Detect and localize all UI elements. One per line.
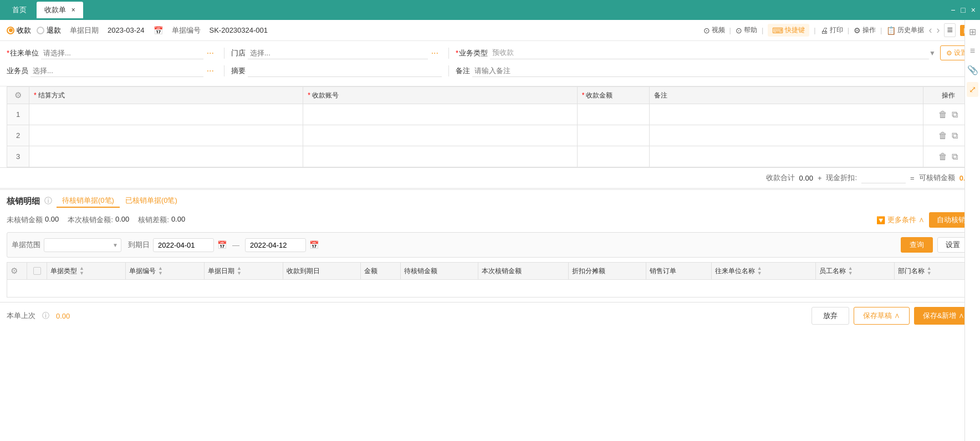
cell-account-2 (303, 125, 577, 146)
tab-receipt[interactable]: 收款单 × (37, 2, 83, 18)
number-label: 单据编号 (172, 25, 201, 35)
tab-pending[interactable]: 待核销单据(0笔) (57, 194, 120, 208)
toolbar-actions: ⊙ 视频 | ⊙ 帮助 | ⌨ 快捷键 | 🖨 打印 | ⚙ 操作 (703, 23, 973, 37)
video-btn[interactable]: ⊙ 视频 (703, 25, 725, 35)
date-from-icon[interactable]: 📅 (217, 240, 227, 249)
radio-receipt[interactable]: 收款 (7, 25, 31, 35)
query-btn[interactable]: 查询 (901, 237, 933, 253)
bottom-settings-btn[interactable]: 设置 (937, 237, 968, 253)
reconcile-filter-right: 🔽 更多条件 ∧ 自动核销 (876, 212, 973, 228)
bottom-table-settings-icon[interactable]: ⚙ (11, 266, 18, 275)
nav-right-icon[interactable]: › (936, 24, 940, 36)
maximize-icon[interactable]: □ (961, 6, 965, 14)
window-close-icon[interactable]: × (971, 6, 976, 14)
tab-completed[interactable]: 已核销单据(0笔) (120, 194, 183, 208)
history-btn[interactable]: 📋 历史单据 (886, 25, 924, 35)
biztype-chevron-icon[interactable]: ▼ (929, 49, 936, 57)
toolbar-row: 收款 退款 单据日期 2023-03-24 📅 单据编号 SK-20230324… (0, 20, 980, 41)
amount-input-1[interactable] (578, 104, 649, 125)
minimize-icon[interactable]: − (951, 6, 955, 14)
sidebar-list-icon[interactable]: ≡ (968, 44, 977, 58)
account-input-3[interactable] (303, 146, 576, 167)
table-row: 2 🗑 ⧉ (7, 125, 973, 146)
note-input-3[interactable] (650, 146, 923, 167)
col-amount: 金额 (361, 263, 400, 280)
discount-input[interactable] (861, 172, 906, 183)
delete-row-2-icon[interactable]: 🗑 (938, 131, 947, 141)
date-to-icon[interactable]: 📅 (309, 240, 319, 249)
shop-input[interactable] (248, 47, 428, 59)
receipt-table: ⚙ *结算方式 *收款账号 *收款金额 备注 操作 (7, 86, 973, 167)
tab-home[interactable]: 首页 (4, 2, 34, 18)
col-sales-order: 销售订单 (646, 263, 711, 280)
summary-field: 摘要 (231, 65, 442, 77)
salesman-input[interactable] (30, 65, 203, 77)
cell-note-2 (649, 125, 923, 146)
sidebar-attach-icon[interactable]: 📎 (965, 63, 981, 78)
layout-list-icon[interactable]: ≡ (944, 23, 956, 37)
delete-row-1-icon[interactable]: 🗑 (938, 110, 947, 120)
date-to-input[interactable] (245, 238, 306, 252)
help-btn[interactable]: ⊙ 帮助 (736, 25, 757, 35)
counterparty-more-icon[interactable]: ··· (203, 48, 217, 58)
discount-label: 现金折扣: (826, 173, 857, 183)
sidebar-table-icon[interactable]: ⊞ (967, 24, 978, 39)
sidebar-expand-icon[interactable]: ⤢ (967, 82, 978, 97)
date-from-input[interactable] (153, 238, 214, 252)
search-buttons: 查询 设置 (901, 237, 968, 253)
operations-btn[interactable]: ⚙ 操作 (854, 25, 876, 35)
sort-doc-type-icon[interactable]: ▲▼ (79, 266, 84, 276)
sort-dept-icon[interactable]: ▲▼ (927, 266, 932, 276)
settle-method-input-1[interactable] (29, 104, 303, 125)
summary-input[interactable] (248, 65, 442, 77)
copy-row-3-icon[interactable]: ⧉ (952, 152, 958, 162)
settle-method-input-3[interactable] (29, 146, 303, 167)
col-checkbox (27, 263, 47, 280)
shop-more-icon[interactable]: ··· (428, 48, 442, 58)
sort-doc-num-icon[interactable]: ▲▼ (158, 266, 163, 276)
sort-doc-date-icon[interactable]: ▲▼ (237, 266, 242, 276)
table-row: 3 🗑 ⧉ (7, 146, 973, 167)
delete-row-3-icon[interactable]: 🗑 (938, 152, 947, 162)
divider-3 (224, 65, 224, 76)
radio-refund[interactable]: 退款 (37, 25, 61, 35)
summary-label: 摘要 (231, 66, 246, 76)
salesman-more-icon[interactable]: ··· (203, 66, 217, 76)
save-draft-btn[interactable]: 保存草稿 ∧ (854, 307, 910, 325)
nav-left-icon[interactable]: ‹ (928, 24, 932, 36)
note-input-1[interactable] (650, 104, 923, 125)
range-label: 单据范围 (12, 240, 40, 250)
tab-bar-left: 首页 收款单 × (4, 2, 83, 18)
copy-row-1-icon[interactable]: ⧉ (952, 110, 958, 120)
calendar-icon[interactable]: 📅 (154, 26, 163, 35)
account-input-1[interactable] (303, 104, 576, 125)
note-input-2[interactable] (650, 125, 923, 146)
remark-input[interactable] (472, 65, 973, 77)
copy-row-2-icon[interactable]: ⧉ (952, 131, 958, 141)
col-doc-type: 单据类型 ▲▼ (47, 263, 126, 280)
biztype-input[interactable] (490, 47, 929, 59)
select-all-checkbox[interactable] (33, 267, 41, 275)
table-settings-icon[interactable]: ⚙ (14, 90, 22, 100)
tab-close-icon[interactable]: × (72, 6, 75, 14)
reconcile-section: 核销明细 ⓘ 待核销单据(0笔) 已核销单据(0笔) 未核销金额 0.00 本次… (0, 188, 980, 302)
amount-input-3[interactable] (578, 146, 649, 167)
date-value: 2023-03-24 (108, 26, 145, 34)
print-btn[interactable]: 🖨 打印 (820, 25, 843, 35)
bottom-table-wrap: ⚙ 单据类型 ▲▼ 单据编号 (7, 262, 973, 298)
shortcut-btn[interactable]: ⌨ 快捷键 (768, 24, 809, 37)
account-input-2[interactable] (303, 125, 576, 146)
abandon-btn[interactable]: 放弃 (811, 307, 849, 325)
sort-counterparty-icon[interactable]: ▲▼ (757, 266, 762, 276)
col-current-reconcile: 本次核销金额 (478, 263, 568, 280)
cell-settle-2 (29, 125, 303, 146)
tab-bar-right: − □ × (951, 6, 976, 14)
more-filter-btn[interactable]: 🔽 更多条件 ∧ (876, 215, 925, 225)
sort-employee-icon[interactable]: ▲▼ (848, 266, 853, 276)
col-receipt-account: *收款账号 (303, 87, 577, 104)
counterparty-input[interactable] (41, 47, 203, 59)
settle-method-input-2[interactable] (29, 125, 303, 146)
reconcile-tabs: 待核销单据(0笔) 已核销单据(0笔) (57, 194, 183, 208)
range-select[interactable] (44, 238, 121, 252)
amount-input-2[interactable] (578, 125, 649, 146)
